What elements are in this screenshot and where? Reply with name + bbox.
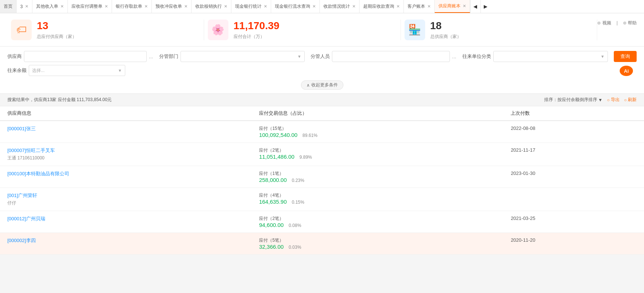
nav-tab-verify[interactable]: 收款核销执行 ✕	[192, 0, 231, 13]
category-select[interactable]: ▼	[493, 51, 608, 62]
result-bar-right: 排序：按应付余额倒序排序 ▼ ○ 导出 ○ 刷新	[544, 97, 637, 103]
collapse-button[interactable]: ∧ 收起更多条件	[301, 80, 343, 90]
refresh-button[interactable]: ○ 刷新	[624, 97, 637, 103]
nav-tab-supplier-ledger-close[interactable]: ✕	[463, 4, 466, 8]
table-row: [000001]张三 应付（15笔） 100,092,540.00 89.61%…	[0, 121, 644, 143]
tx-amount[interactable]: 94,600.00	[259, 222, 284, 228]
nav-tab-home-label: 首页	[4, 3, 13, 10]
tx-title: 应付（4笔）	[259, 192, 511, 199]
result-bar: 搜索结果中，供应商13家 应付金额 111,703,854.00元 排序：按应付…	[0, 94, 644, 106]
query-button[interactable]: 查询	[614, 51, 637, 62]
total-suppliers-content: 18 总供应商（家）	[430, 20, 461, 40]
ai-badge[interactable]: Ai	[620, 66, 633, 76]
supplier-link[interactable]: [000001]张三	[7, 126, 36, 131]
balance-label: 往来余额	[7, 67, 27, 74]
total-suppliers-icon: 🏪	[405, 20, 425, 40]
tx-amount[interactable]: 32,366.00	[259, 244, 284, 250]
nav-tab-other-income[interactable]: 其他收入单 ✕	[32, 0, 68, 13]
last-pay-cell: 2021-11-17	[511, 147, 637, 153]
balance-select-arrow: ▼	[118, 68, 122, 73]
person-dots[interactable]: ...	[452, 54, 456, 59]
balance-placeholder: 选择...	[32, 68, 45, 74]
total-suppliers-num: 18	[430, 20, 461, 32]
supplier-name-cell: [000001]张三	[7, 125, 259, 132]
nav-tab-ar-adjust[interactable]: 应收应付调整单 ✕	[68, 0, 112, 13]
nav-tab-other-income-close[interactable]: ✕	[60, 4, 64, 9]
refresh-label: 刷新	[628, 97, 637, 103]
tx-amount[interactable]: 11,051,486.00	[259, 154, 294, 160]
tx-amount[interactable]: 164,635.90	[259, 199, 287, 205]
nav-tab-advance-label: 预收冲应收单	[155, 3, 182, 10]
nav-tab-cash-flow[interactable]: 现金银行流水查询 ✕	[271, 0, 320, 13]
supplier-dots[interactable]: ...	[149, 54, 153, 59]
tx-title: 应付（2笔）	[259, 216, 511, 222]
nav-tab-3[interactable]: 3 ✕	[17, 0, 32, 13]
tx-title: 应付（15笔）	[259, 125, 511, 132]
supplier-link[interactable]: [000012]广州贝瑞	[7, 216, 45, 221]
person-label: 分管人员	[311, 53, 330, 60]
last-pay-cell: 2020-11-20	[511, 237, 637, 243]
table-row: [000007]恒旺二手叉车 王通 17106110000 应付（2笔） 11,…	[0, 143, 644, 166]
dept-select-arrow: ▼	[297, 54, 301, 59]
nav-tab-ar-adjust-close[interactable]: ✕	[105, 4, 108, 9]
nav-tab-receipt-stat[interactable]: 收款情况统计 ✕	[320, 0, 360, 13]
summary-card-total-suppliers: 🏪 18 总供应商（家）	[401, 20, 598, 40]
supplier-link[interactable]: [000002]李四	[7, 238, 36, 243]
sort-button[interactable]: 排序：按应付余额倒序排序 ▼	[544, 97, 603, 103]
nav-tab-advance[interactable]: 预收冲应收单 ✕	[152, 0, 192, 13]
help-link[interactable]: ⊙ 帮助	[623, 20, 637, 26]
tx-amount[interactable]: 100,092,540.00	[259, 132, 297, 138]
supplier-input[interactable]	[24, 51, 147, 62]
payable-total-icon: 🌸	[208, 20, 228, 40]
video-link[interactable]: ⊙ 视频	[597, 20, 611, 26]
table-header: 供应商信息 应付交易信息（占比） 上次付数	[0, 106, 644, 121]
summary-card-payable-suppliers: 🏷 13 总应付供应商（家）	[7, 20, 204, 40]
nav-tab-overdue-close[interactable]: ✕	[396, 4, 400, 9]
collapse-bar: ∧ 收起更多条件	[7, 79, 637, 90]
filter-row-2: 往来余额 选择... ▼	[7, 65, 637, 76]
payable-suppliers-num: 13	[37, 20, 77, 32]
collapse-icon: ∧	[307, 83, 310, 88]
nav-tab-cash-bank-stat[interactable]: 现金银行统计 ✕	[231, 0, 271, 13]
summary-area: 🏷 13 总应付供应商（家） 🌸 11,170.39 应付合计（万） 🏪 18 …	[0, 13, 644, 46]
table-row: [000100]本特勤油品有限公司 应付（1笔） 258,000.00 0.23…	[0, 166, 644, 188]
nav-tab-overdue-label: 超期应收款查询	[363, 3, 394, 10]
nav-tab-overdue[interactable]: 超期应收款查询 ✕	[360, 0, 404, 13]
summary-card-payable-total: 🌸 11,170.39 应付合计（万）	[204, 20, 401, 40]
nav-tab-3-close[interactable]: ✕	[25, 4, 28, 9]
last-pay-cell: 2022-08-08	[511, 125, 637, 131]
tx-info-cell: 应付（5笔） 32,366.00 0.03%	[259, 237, 511, 250]
payable-total-num: 11,170.39	[234, 20, 280, 32]
export-label: 导出	[611, 97, 620, 103]
nav-tab-verify-close[interactable]: ✕	[224, 4, 227, 9]
export-button[interactable]: ○ 导出	[607, 97, 620, 103]
nav-tab-supplier-ledger[interactable]: 供应商账本 ✕	[435, 0, 470, 13]
nav-tab-bank-deposit[interactable]: 银行存取款单 ✕	[112, 0, 152, 13]
supplier-link[interactable]: [000100]本特勤油品有限公司	[7, 171, 69, 176]
nav-next-arrow[interactable]: ▶	[480, 0, 491, 13]
nav-tab-cash-bank-stat-close[interactable]: ✕	[264, 4, 267, 9]
nav-tab-bank-deposit-close[interactable]: ✕	[144, 4, 148, 9]
nav-tab-advance-close[interactable]: ✕	[184, 4, 188, 9]
nav-tab-receipt-stat-close[interactable]: ✕	[352, 4, 356, 9]
nav-tab-customer-ledger[interactable]: 客户账本 ✕	[404, 0, 435, 13]
payable-total-label: 应付合计（万）	[234, 34, 280, 40]
total-suppliers-label: 总供应商（家）	[430, 34, 461, 40]
nav-tab-cash-flow-close[interactable]: ✕	[312, 4, 316, 9]
nav-tab-customer-ledger-close[interactable]: ✕	[427, 4, 431, 9]
nav-tab-verify-label: 收款核销执行	[195, 3, 222, 10]
tx-title: 应付（1笔）	[259, 170, 511, 177]
nav-prev-arrow[interactable]: ◀	[470, 0, 480, 13]
dept-select[interactable]: ▼	[181, 51, 305, 62]
person-input[interactable]	[332, 51, 450, 62]
nav-tab-home[interactable]: 首页	[0, 0, 17, 13]
balance-select[interactable]: 选择... ▼	[29, 65, 125, 76]
supplier-link[interactable]: [001]广州荣轩	[7, 193, 37, 198]
tx-pct: 0.23%	[292, 178, 304, 183]
filter-category: 往来单位分类 ▼	[462, 51, 608, 62]
filter-row-1: 供应商 ... 分管部门 ▼ 分管人员 ... 往来单位分类 ▼ 查询	[7, 51, 637, 62]
tx-amount[interactable]: 258,000.00	[259, 177, 287, 183]
refresh-icon: ○	[624, 97, 627, 103]
supplier-link[interactable]: [000007]恒旺二手叉车	[7, 148, 55, 153]
top-right-links: ⊙ 视频 ｜ ⊙ 帮助	[597, 18, 637, 26]
